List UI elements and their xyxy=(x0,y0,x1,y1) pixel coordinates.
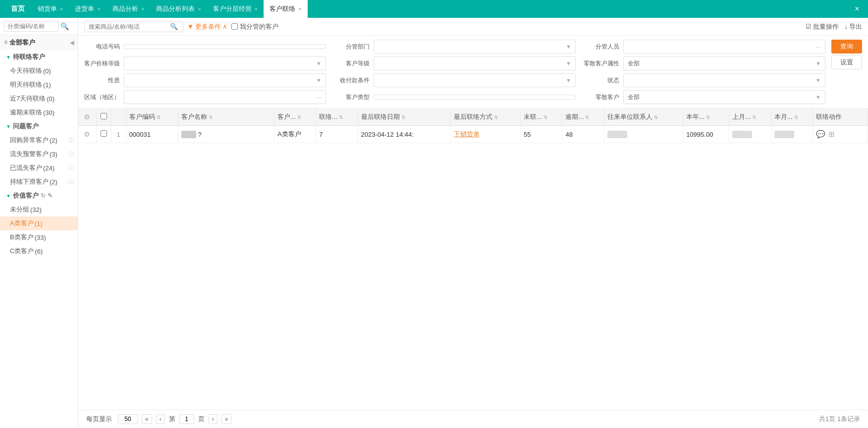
col-unitcontact-header: 往来单位联系人 ⇅ xyxy=(604,108,683,126)
sidebar-item-repurchase-abnormal[interactable]: 回购异常客户 (2) ⓘ xyxy=(0,133,78,147)
table-settings-icon[interactable]: ⚙ xyxy=(84,113,90,121)
sidebar-all-customers[interactable]: ⠿ 全部客户 ◀ xyxy=(0,35,78,50)
sort-unitcontact-icon: ⇅ xyxy=(654,114,658,120)
sort-lastmonth-icon: ⇅ xyxy=(752,114,756,120)
filter-cust-level-select[interactable]: ▼ xyxy=(374,56,576,70)
sort-thisyear-icon: ⇅ xyxy=(706,114,710,120)
triangle-icon-2: ▼ xyxy=(6,124,11,129)
row-gear-icon[interactable]: ⚙ xyxy=(84,130,90,138)
query-button[interactable]: 查询 xyxy=(831,40,862,54)
export-button[interactable]: ↓ 导出 xyxy=(845,22,863,31)
page-label: 第 xyxy=(169,415,175,424)
filter-cust-level: 客户等级 ▼ xyxy=(334,56,576,70)
filter-row-1: 电话号码 分管部门 ▼ 分管人员 xyxy=(84,40,825,54)
col-contact-header: 联络... ⇅ xyxy=(316,108,358,126)
sidebar-item-unclassified[interactable]: 未分组 (32) xyxy=(0,203,78,216)
sidebar-item-b-class[interactable]: B类客户 (33) xyxy=(0,230,78,244)
batch-operation-button[interactable]: ☑ 批量操作 xyxy=(806,22,839,31)
nav-tab-custcontact[interactable]: 客户联络 × xyxy=(264,0,307,18)
filter-retail-cust-select[interactable]: 全部 ▼ xyxy=(623,90,825,104)
edit-icon[interactable]: ✎ xyxy=(48,192,53,199)
col-thismonth-header: 本月... ⇅ xyxy=(771,108,813,126)
col-lastdate-header: 最后联络日期 ⇅ xyxy=(358,108,450,126)
page-size-input[interactable] xyxy=(118,414,138,424)
sidebar-search-icon[interactable]: 🔍 xyxy=(60,22,69,30)
prev-page-button[interactable]: ‹ xyxy=(156,414,165,424)
row-lastmethod-link[interactable]: 下销货单 xyxy=(454,130,480,138)
filter-dept-select[interactable]: ▼ xyxy=(374,40,576,54)
sidebar-item-today-pending[interactable]: 今天待联络 (0) xyxy=(0,64,78,78)
nav-tab-salesorder[interactable]: 销货单 × xyxy=(32,0,69,18)
filter-manager-select[interactable]: ··· xyxy=(623,40,825,54)
sidebar-group-problem[interactable]: ▼ 问题客户 xyxy=(0,119,78,133)
nav-tab-purchaseorder[interactable]: 进货单 × xyxy=(69,0,106,18)
current-page-input[interactable] xyxy=(179,414,194,424)
close-tab-purchaseorder-icon[interactable]: × xyxy=(97,6,100,12)
filter-price-level-select[interactable]: ▼ xyxy=(124,56,326,70)
nav-home[interactable]: 首页 xyxy=(4,0,32,18)
sidebar-search-input[interactable] xyxy=(4,21,58,32)
setting-button[interactable]: 设置 xyxy=(831,55,862,69)
row-checkbox[interactable] xyxy=(101,130,107,137)
close-tab-salesorder-icon[interactable]: × xyxy=(60,6,63,12)
col-level-header: 客户... ⇅ xyxy=(274,108,316,126)
col-num-header xyxy=(111,108,126,126)
close-tab-custsegment-icon[interactable]: × xyxy=(255,6,258,12)
close-tab-productlist-icon[interactable]: × xyxy=(198,6,201,12)
close-tab-custcontact-icon[interactable]: × xyxy=(298,6,301,12)
info-icon-1[interactable]: ⓘ xyxy=(68,137,74,144)
row-lastmonth-cell xyxy=(729,126,771,143)
sidebar-item-7day-pending[interactable]: 近7天待联络 (0) xyxy=(0,92,78,106)
refresh-icon[interactable]: ↻ xyxy=(41,192,46,199)
more-filter-button[interactable]: ▼ 更多条件 ∧ xyxy=(187,22,227,31)
toolbar-search-input[interactable] xyxy=(89,23,168,30)
dots-icon: ⠿ xyxy=(4,40,7,46)
col-settings-header: ⚙ xyxy=(78,108,96,126)
next-page-button[interactable]: › xyxy=(209,414,217,424)
collapse-sidebar-icon[interactable]: ◀ xyxy=(70,40,74,46)
sort-overdue-icon: ⇅ xyxy=(585,114,589,120)
filter-payment-select[interactable]: ▼ xyxy=(374,73,576,87)
filter-nature-select[interactable]: ▼ xyxy=(124,73,326,87)
sidebar-item-c-class[interactable]: C类客户 (6) xyxy=(0,244,78,258)
last-page-button[interactable]: » xyxy=(221,414,232,424)
row-contact-cell: 7 xyxy=(316,126,358,143)
nav-tab-custsegment[interactable]: 客户分层经营 × xyxy=(207,0,264,18)
main-content: 🔍 ▼ 更多条件 ∧ 我分管的客户 ☑ 批量操作 ↓ 导出 xyxy=(78,18,868,428)
my-customer-checkbox-container[interactable]: 我分管的客户 xyxy=(231,22,278,31)
sidebar-item-already-lost[interactable]: 已流失客户 (24) ⓘ xyxy=(0,161,78,175)
toolbar-search-icon[interactable]: 🔍 xyxy=(170,23,178,30)
info-icon-3[interactable]: ⓘ xyxy=(68,164,74,172)
pagination-bar: 每页显示 « ‹ 第 页 › » 共1页 1条记录 xyxy=(78,410,868,428)
nav-tab-productanalysis[interactable]: 商品分析 × xyxy=(107,0,150,18)
nav-tab-productlist[interactable]: 商品分析列表 × xyxy=(150,0,207,18)
sidebar-item-lost-warning[interactable]: 流失预警客户 (3) ⓘ xyxy=(0,147,78,161)
filter-cust-type-input[interactable] xyxy=(374,95,576,100)
filter-region-dots-icon[interactable]: ··· xyxy=(316,94,322,101)
sidebar-item-tomorrow-pending[interactable]: 明天待联络 (1) xyxy=(0,78,78,92)
my-customer-checkbox[interactable] xyxy=(231,23,238,30)
filter-status-label: 状态 xyxy=(584,76,623,85)
sidebar: 🔍 ⠿ 全部客户 ◀ ▼ 待联络客户 今天待联络 (0) 明天待联络 (1) 近… xyxy=(0,18,78,428)
sidebar-item-declining[interactable]: 持续下滑客户 (2) ⓘ xyxy=(0,175,78,189)
filter-status-select[interactable]: ▼ xyxy=(623,73,825,87)
close-tab-productanalysis-icon[interactable]: × xyxy=(141,6,144,12)
row-link-icon[interactable]: ⊞ xyxy=(828,130,835,139)
col-nocontact-header: 未联... ⇅ xyxy=(521,108,562,126)
row-check-cell xyxy=(96,126,111,143)
sidebar-item-a-class[interactable]: A类客户 (1) xyxy=(0,216,78,230)
filter-retail-attr-select[interactable]: 全部 ▼ xyxy=(623,56,825,70)
filter-manager-dots-icon[interactable]: ··· xyxy=(815,43,821,51)
window-close-button[interactable]: × xyxy=(850,2,864,16)
row-lastmonth-blurred xyxy=(732,131,752,138)
info-icon-4[interactable]: ⓘ xyxy=(68,178,74,186)
sidebar-item-overdue-pending[interactable]: 逾期未联络 (30) xyxy=(0,106,78,119)
sidebar-group-pending[interactable]: ▼ 待联络客户 xyxy=(0,50,78,64)
row-chat-icon[interactable]: 💬 xyxy=(816,130,825,139)
sidebar-group-value[interactable]: ▼ 价值客户 ↻ ✎ xyxy=(0,189,78,203)
filter-phone-input[interactable] xyxy=(124,44,326,49)
filter-region-select[interactable]: ··· xyxy=(124,90,326,104)
info-icon-2[interactable]: ⓘ xyxy=(68,151,74,158)
first-page-button[interactable]: « xyxy=(142,414,152,424)
select-all-checkbox[interactable] xyxy=(101,113,107,119)
